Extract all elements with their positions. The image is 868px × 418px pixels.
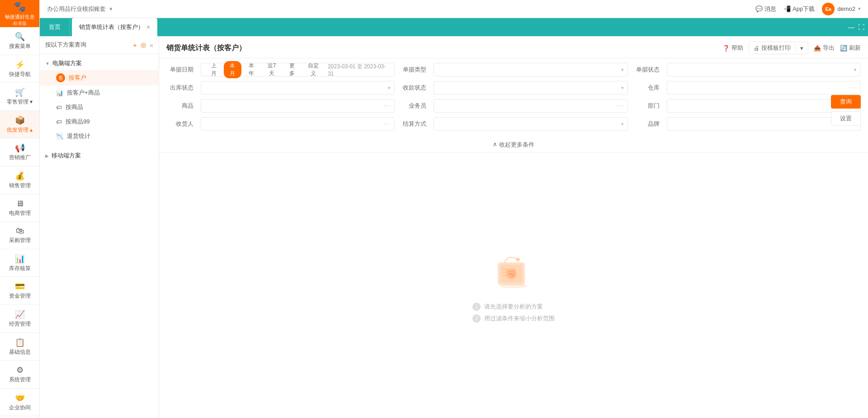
tree-group-desktop-header[interactable]: ▼ 电脑端方案	[40, 57, 159, 70]
tree-item-by-goods99[interactable]: 🏷 按商品99	[40, 114, 159, 129]
doc-status-arrow-icon: ▾	[854, 67, 857, 73]
app-name-label: 办公用品行业模拟账套	[47, 5, 106, 13]
page-actions: ❓ 帮助 🖨 按模板打印 ▾ 📤 导出	[722, 42, 861, 54]
app-download-button[interactable]: 📲 App下载	[783, 5, 815, 13]
sidebar-item-marketing[interactable]: 📢 营销推广	[0, 138, 40, 166]
sales-icon: 💰	[15, 171, 25, 181]
lightning-icon: ⚡	[15, 60, 25, 70]
tree-item-return-stats[interactable]: 📉 退货统计	[40, 129, 159, 143]
receiver-label: 收货人	[166, 120, 193, 128]
help-button[interactable]: ❓ 帮助	[722, 44, 743, 52]
dropdown-arrow-icon[interactable]: ▾	[109, 5, 113, 12]
doc-status-select[interactable]: ▾	[667, 63, 861, 76]
sidebar-item-quicknav-label: 快捷导航	[9, 71, 31, 78]
basicinfo-icon: 📋	[15, 337, 25, 347]
print-button[interactable]: 🖨 按模板打印	[749, 42, 795, 54]
date-btn-this-year[interactable]: 本年	[242, 61, 260, 78]
sidebar-item-basicinfo-label: 基础信息	[9, 349, 31, 356]
tree-expand-icon: ▼	[45, 61, 50, 66]
collapse-bar[interactable]: ∧ 收起更多条件	[159, 137, 868, 153]
sidebar-item-basicinfo[interactable]: 📋 基础信息	[0, 333, 40, 361]
settings-button[interactable]: 设置	[831, 111, 861, 126]
tabbar: 首页 销货单统计表（按客户） × — ⛶	[40, 18, 868, 36]
wholesale-icon: 📦	[15, 115, 25, 125]
warehouse-input[interactable]: ···	[667, 81, 861, 95]
tree-collapse-icon: ▶	[45, 153, 49, 158]
out-status-label: 出库状态	[166, 84, 193, 92]
sidebar-item-sales[interactable]: 💰 销售管理	[0, 166, 40, 195]
date-btn-7days[interactable]: 近7天	[261, 61, 282, 78]
message-label: 消息	[764, 5, 776, 13]
receiver-input[interactable]: ···	[201, 117, 395, 131]
page-header: 销货单统计表（按客户） ❓ 帮助 🖨 按模板打印 ▾	[159, 36, 868, 58]
date-btn-last-month[interactable]: 上月	[205, 61, 223, 78]
out-status-select[interactable]: ▾	[201, 81, 395, 95]
home-tab[interactable]: 首页	[40, 18, 70, 36]
out-status-arrow-icon: ▾	[388, 85, 391, 91]
active-tab[interactable]: 销货单统计表（按客户） ×	[72, 18, 157, 36]
sidebar-item-ecommerce[interactable]: 🖥 电商管理	[0, 195, 40, 222]
tab-close-button[interactable]: ×	[146, 24, 150, 31]
active-tab-label: 销货单统计表（按客户）	[79, 23, 144, 31]
sidebar-item-system[interactable]: ⚙ 系统管理	[0, 361, 40, 389]
minimize-button[interactable]: —	[848, 24, 854, 31]
sidebar-item-purchase[interactable]: 🛍 采购管理	[0, 222, 40, 249]
sidebar-item-wholesale[interactable]: 📦 批发管理 ▴	[0, 111, 40, 139]
tab-controls: — ⛶	[848, 24, 864, 31]
topbar: 办公用品行业模拟账套 ▾ 💬 消息 📲 App下载 Ea demo2 ▾	[40, 0, 868, 18]
empty-svg	[486, 249, 541, 294]
search-button[interactable]: 查询	[831, 95, 861, 109]
topbar-right: 💬 消息 📲 App下载 Ea demo2 ▾	[755, 3, 861, 15]
sidebar-item-retail[interactable]: 🛒 零售管理 ▾	[0, 83, 40, 111]
tree-item-by-customer-goods[interactable]: 📊 按客户+商品	[40, 86, 159, 100]
empty-state: 1 请先选择要分析的方案 2 用过滤条件来缩小分析范围	[159, 153, 868, 418]
empty-tips: 1 请先选择要分析的方案 2 用过滤条件来缩小分析范围	[472, 303, 555, 323]
tree-group-mobile-header[interactable]: ▶ 移动端方案	[40, 149, 159, 162]
home-tab-label: 首页	[49, 23, 61, 31]
collapse-panel-button[interactable]: «	[150, 41, 153, 49]
goods-input[interactable]: ···	[201, 99, 395, 113]
content-area: 按以下方案查询 + ◎ « ▼ 电脑端方案 客 按客户 📊 按	[40, 36, 868, 418]
tree-item-by-customer[interactable]: 客 按客户	[40, 70, 159, 86]
export-icon: 📤	[814, 45, 821, 52]
date-btn-custom[interactable]: 自定义	[302, 61, 325, 78]
tree-group-mobile-label: 移动端方案	[52, 152, 81, 160]
settlement-select[interactable]: ▾	[434, 117, 627, 131]
sidebar-item-finance[interactable]: 💳 资金管理	[0, 277, 40, 305]
avatar: Ea	[822, 3, 835, 15]
date-btn-this-month[interactable]: 本月	[224, 61, 242, 78]
tree-group-desktop-label: 电脑端方案	[52, 59, 82, 67]
add-plan-button[interactable]: +	[133, 41, 137, 49]
sidebar-item-ecommerce-label: 电商管理	[9, 210, 31, 217]
message-button[interactable]: 💬 消息	[755, 5, 776, 13]
sidebar-item-enterprise[interactable]: 🤝 企业协同	[0, 389, 40, 417]
collapse-up-icon: ∧	[493, 141, 497, 149]
export-button[interactable]: 📤 导出	[814, 44, 835, 52]
filter-section: 单据日期 上月 本月 本年 近7天 更多 自定义 2023-03-01 至 20…	[159, 58, 868, 137]
settings-plan-button[interactable]: ◎	[141, 41, 146, 48]
sidebar-item-quicknav[interactable]: ⚡ 快捷导航	[0, 55, 40, 83]
help-icon: ❓	[722, 45, 730, 52]
user-menu[interactable]: Ea demo2 ▾	[822, 3, 861, 15]
pay-status-select[interactable]: ▾	[434, 81, 627, 95]
sidebar-item-inventory[interactable]: 📊 库存核算	[0, 249, 40, 277]
tree-item-return-stats-label: 退货统计	[67, 132, 90, 140]
pay-status-arrow-icon: ▾	[621, 85, 624, 91]
maximize-button[interactable]: ⛶	[858, 24, 864, 31]
svg-point-7	[500, 284, 527, 288]
doc-type-select[interactable]: ▾	[434, 63, 627, 76]
refresh-button[interactable]: 🔄 刷新	[840, 44, 861, 52]
sidebar-item-marketing-label: 营销推广	[9, 154, 31, 162]
sidebar-item-search[interactable]: 🔍 搜索菜单	[0, 27, 40, 55]
tip-num-1: 1	[472, 303, 481, 311]
tree-item-by-goods[interactable]: 🏷 按商品	[40, 100, 159, 114]
staff-input[interactable]: ···	[434, 99, 627, 113]
date-btn-more[interactable]: 更多	[283, 61, 301, 78]
left-panel-title: 按以下方案查询	[45, 41, 86, 49]
sidebar-item-newbie[interactable]: 🎯 新手引导	[0, 416, 40, 418]
logo-text: 畅捷通好生意	[5, 14, 35, 20]
tree-group-desktop: ▼ 电脑端方案 客 按客户 📊 按客户+商品 🏷 按商品 🏷 按商品9	[40, 54, 159, 146]
sidebar: 🐾 畅捷通好生意 标准版 🔍 搜索菜单 ⚡ 快捷导航 🛒 零售管理 ▾ 📦 批发…	[0, 0, 40, 418]
print-dropdown-button[interactable]: ▾	[796, 43, 808, 53]
sidebar-item-operation[interactable]: 📈 经营管理	[0, 305, 40, 333]
